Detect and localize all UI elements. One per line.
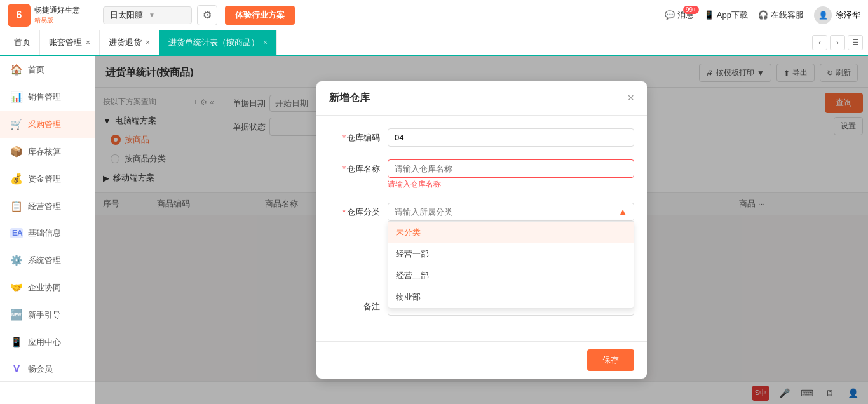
finance-icon: 💰 bbox=[10, 173, 23, 185]
app-download-item[interactable]: 📱 App下载 bbox=[704, 10, 748, 21]
category-dropdown-icon[interactable]: ▲ bbox=[618, 206, 628, 218]
system-icon: ⚙️ bbox=[10, 254, 23, 266]
dropdown-item-dept1[interactable]: 经营一部 bbox=[388, 243, 634, 265]
name-input-wrap: 请输入仓库名称 bbox=[388, 159, 634, 190]
sidebar-item-enterprise[interactable]: 🤝 企业协同 bbox=[0, 274, 95, 301]
sidebar-item-inventory[interactable]: 📦 库存核算 bbox=[0, 138, 95, 165]
tab-next-btn[interactable]: › bbox=[830, 35, 845, 50]
logo-text: 畅捷通好生意 精易版 bbox=[34, 5, 80, 25]
note-label: 备注 bbox=[329, 297, 380, 313]
modal-overlay: 新增仓库 × 仓库编码 仓库名称 bbox=[95, 56, 868, 404]
modal-body: 仓库编码 仓库名称 请输入仓库名称 bbox=[316, 116, 647, 341]
membership-icon: V bbox=[10, 363, 23, 375]
message-icon-item[interactable]: 💬 消息 99+ bbox=[665, 10, 694, 21]
basic-info-icon: EA bbox=[10, 228, 23, 238]
dropdown-item-dept3[interactable]: 物业部 bbox=[388, 286, 634, 308]
code-input-wrap bbox=[388, 128, 634, 147]
modal-title: 新增仓库 bbox=[329, 91, 370, 105]
dropdown-item-dept2[interactable]: 经营二部 bbox=[388, 265, 634, 286]
sidebar-item-newbie[interactable]: 🆕 新手引导 bbox=[0, 301, 95, 328]
category-input-wrap: ▲ 未分类 经营一部 经营二部 物业部 bbox=[388, 203, 634, 221]
category-input[interactable] bbox=[388, 203, 634, 221]
settings-icon-btn[interactable]: ⚙ bbox=[197, 5, 217, 25]
app-download-icon: 📱 bbox=[704, 10, 714, 20]
message-badge: 99+ bbox=[683, 6, 699, 14]
sidebar-item-finance[interactable]: 💰 资金管理 bbox=[0, 165, 95, 192]
store-selector[interactable]: 日太阳膜 ▼ bbox=[103, 6, 192, 24]
tab-bar: 首页 账套管理 × 进货退货 × 进货单统计表（按商品） × ‹ › ☰ bbox=[0, 30, 868, 56]
tab-menu-btn[interactable]: ☰ bbox=[848, 35, 863, 50]
form-row-name: 仓库名称 请输入仓库名称 bbox=[329, 159, 634, 190]
save-button[interactable]: 保存 bbox=[587, 349, 634, 371]
newbie-icon: 🆕 bbox=[10, 309, 23, 321]
category-label: 仓库分类 bbox=[329, 203, 380, 218]
avatar: 👤 bbox=[814, 6, 832, 24]
operations-icon: 📋 bbox=[10, 200, 23, 212]
tab-purchase-return[interactable]: 进货退货 × bbox=[100, 30, 159, 55]
sidebar-item-operations[interactable]: 📋 经营管理 bbox=[0, 192, 95, 220]
sidebar-item-membership[interactable]: V 畅会员 bbox=[0, 356, 95, 382]
store-dropdown-arrow: ▼ bbox=[149, 11, 185, 18]
close-tab-account[interactable]: × bbox=[86, 38, 90, 47]
name-error-msg: 请输入仓库名称 bbox=[388, 179, 634, 190]
form-row-code: 仓库编码 bbox=[329, 128, 634, 147]
warehouse-name-input[interactable] bbox=[388, 159, 634, 178]
sidebar-item-home[interactable]: 🏠 首页 bbox=[0, 56, 95, 83]
purchase-icon: 🛒 bbox=[10, 118, 23, 130]
sidebar-item-system[interactable]: ⚙️ 系统管理 bbox=[0, 246, 95, 274]
logo-icon: 6 bbox=[8, 4, 31, 27]
tab-prev-btn[interactable]: ‹ bbox=[812, 35, 827, 50]
trial-button[interactable]: 体验行业方案 bbox=[225, 6, 295, 25]
home-icon: 🏠 bbox=[10, 64, 23, 76]
sidebar-item-sales[interactable]: 📊 销售管理 bbox=[0, 83, 95, 111]
modal-close-button[interactable]: × bbox=[627, 91, 634, 105]
tab-account[interactable]: 账套管理 × bbox=[40, 30, 100, 55]
content-area: 进货单统计(按商品) 🖨 按模板打印 ▼ ⬆ 导出 ↻ 刷新 bbox=[95, 56, 868, 404]
close-tab-purchase-stats[interactable]: × bbox=[263, 38, 268, 47]
tab-controls: ‹ › ☰ bbox=[812, 35, 863, 50]
sidebar: 🏠 首页 📊 销售管理 🛒 采购管理 📦 库存核算 💰 资金管理 📋 经营管理 … bbox=[0, 56, 95, 404]
modal-header: 新增仓库 × bbox=[316, 81, 647, 116]
form-row-category: 仓库分类 ▲ 未分类 经营一部 经营二部 物业部 bbox=[329, 203, 634, 221]
category-dropdown: 未分类 经营一部 经营二部 物业部 bbox=[388, 221, 634, 309]
message-icon: 💬 bbox=[665, 10, 675, 20]
dropdown-item-uncategorized[interactable]: 未分类 bbox=[388, 222, 634, 243]
close-tab-purchase-return[interactable]: × bbox=[146, 38, 150, 47]
top-header: 6 畅捷通好生意 精易版 日太阳膜 ▼ ⚙ 体验行业方案 💬 消息 99+ 📱 … bbox=[0, 0, 868, 30]
sidebar-item-app-center[interactable]: 📱 应用中心 bbox=[0, 328, 95, 356]
online-service-item[interactable]: 🎧 在线客服 bbox=[758, 10, 804, 21]
modal-footer: 保存 bbox=[316, 341, 647, 379]
app-center-icon: 📱 bbox=[10, 336, 23, 348]
sidebar-item-purchase[interactable]: 🛒 采购管理 bbox=[0, 111, 95, 138]
inventory-icon: 📦 bbox=[10, 145, 23, 158]
tab-home[interactable]: 首页 bbox=[5, 30, 40, 55]
user-area[interactable]: 👤 徐泽华 bbox=[814, 6, 860, 24]
warehouse-code-input[interactable] bbox=[388, 128, 634, 147]
main-layout: 🏠 首页 📊 销售管理 🛒 采购管理 📦 库存核算 💰 资金管理 📋 经营管理 … bbox=[0, 56, 868, 404]
logo-area: 6 畅捷通好生意 精易版 bbox=[8, 4, 103, 27]
new-warehouse-modal: 新增仓库 × 仓库编码 仓库名称 bbox=[316, 81, 647, 379]
enterprise-icon: 🤝 bbox=[10, 281, 23, 293]
headset-icon: 🎧 bbox=[758, 10, 768, 20]
sidebar-item-basic-info[interactable]: EA 基础信息 bbox=[0, 220, 95, 246]
tab-purchase-stats[interactable]: 进货单统计表（按商品） × bbox=[159, 30, 277, 55]
header-right: 💬 消息 99+ 📱 App下载 🎧 在线客服 👤 徐泽华 bbox=[665, 6, 860, 24]
code-label: 仓库编码 bbox=[329, 128, 380, 144]
name-label: 仓库名称 bbox=[329, 159, 380, 175]
sales-icon: 📊 bbox=[10, 91, 23, 103]
